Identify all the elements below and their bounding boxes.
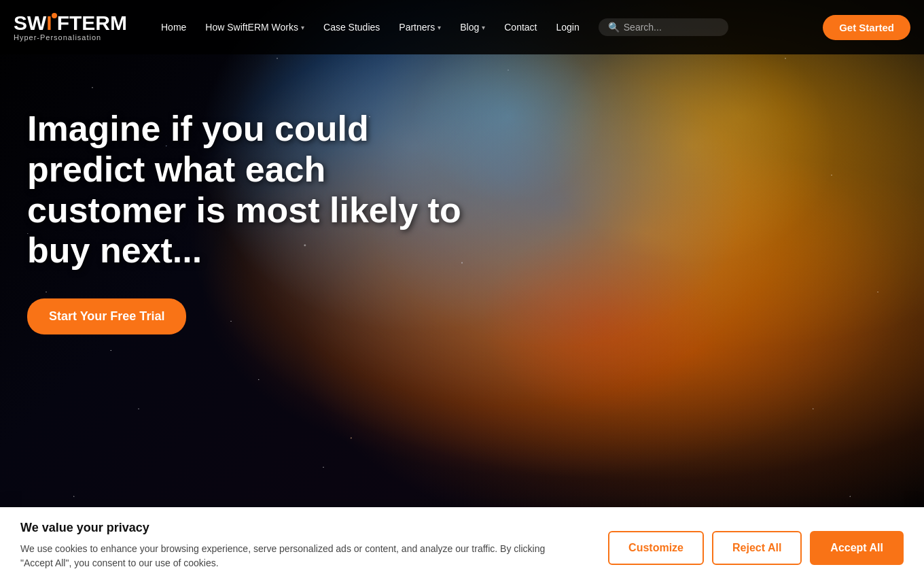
logo-ft-text: FT [57,12,82,34]
site-header: SWIFTERM Hyper-Personalisation Home How … [0,0,924,54]
cookie-text: We use cookies to enhance your browsing … [20,542,578,570]
chevron-down-icon: ▾ [438,24,441,31]
logo-dot [52,13,57,18]
hero-headline: Imagine if you could predict what each c… [27,109,462,271]
search-icon: 🔍 [608,22,620,33]
cookie-accept-button[interactable]: Accept All [810,531,904,565]
search-input[interactable] [624,22,719,33]
cookie-banner: We value your privacy We use cookies to … [0,507,924,584]
nav-contact[interactable]: Contact [497,18,544,37]
nav-home[interactable]: Home [154,18,193,37]
nav-case-studies[interactable]: Case Studies [317,18,387,37]
chevron-down-icon: ▾ [482,24,485,31]
nav-blog[interactable]: Blog ▾ [453,18,492,37]
logo-subtitle: Hyper-Personalisation [14,33,127,41]
logo-brand: SWIFTERM [14,13,127,33]
nav-login[interactable]: Login [550,18,586,37]
cookie-customize-button[interactable]: Customize [608,531,704,565]
search-bar[interactable]: 🔍 [599,18,728,36]
logo[interactable]: SWIFTERM Hyper-Personalisation [14,13,127,41]
cookie-reject-button[interactable]: Reject All [712,531,802,565]
nav-partners[interactable]: Partners ▾ [392,18,448,37]
cookie-actions: Customize Reject All Accept All [608,531,904,565]
main-nav: Home How SwiftERM Works ▾ Case Studies P… [154,18,809,37]
free-trial-button[interactable]: Start Your Free Trial [27,298,186,334]
get-started-button[interactable]: Get Started [823,15,910,40]
hero-content: Imagine if you could predict what each c… [27,109,462,334]
nav-how-it-works[interactable]: How SwiftERM Works ▾ [198,18,311,37]
logo-dot-wrapper: FT [52,13,82,33]
logo-swift-text: SW [14,12,46,34]
chevron-down-icon: ▾ [301,24,304,31]
logo-erm-text: ERM [82,12,127,34]
